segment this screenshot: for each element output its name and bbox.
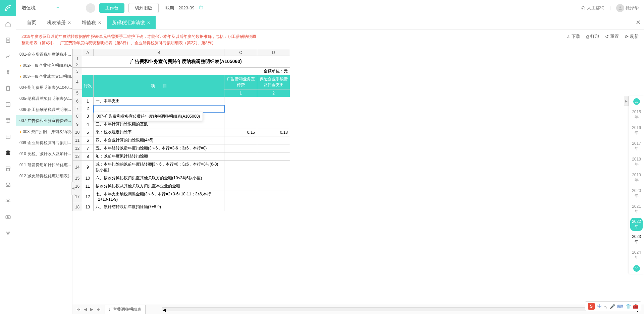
year-option[interactable]: 2016年 xyxy=(629,123,644,138)
value-cell-d[interactable] xyxy=(257,144,290,152)
tab-0[interactable]: 首页 xyxy=(21,16,42,29)
row-header[interactable]: 7 xyxy=(73,105,82,112)
value-cell-c[interactable]: 0.15 xyxy=(224,128,257,136)
tab-1[interactable]: 税表清册✕ xyxy=(42,16,76,29)
ime-lang[interactable]: 中 xyxy=(597,303,602,309)
year-down-icon[interactable]: ︾ xyxy=(633,265,640,272)
value-cell-d[interactable]: 0.18 xyxy=(257,128,290,136)
support-link[interactable]: 人工咨询 xyxy=(581,5,604,11)
year-option[interactable]: 2024年 xyxy=(629,247,644,263)
ime-skin-icon[interactable]: 👕 xyxy=(626,304,631,309)
item-cell[interactable]: 八、累计结转以后年度扣除额(7+8-9) xyxy=(94,203,224,211)
reset-button[interactable]: ↺重置 xyxy=(605,34,619,40)
nav-report-icon[interactable] xyxy=(0,97,16,113)
seq-cell[interactable]: 9 xyxy=(82,161,94,174)
seq-cell[interactable]: 12 xyxy=(82,190,94,203)
switch-old-button[interactable]: 切到旧版 xyxy=(128,3,159,13)
value-cell-c[interactable] xyxy=(224,161,257,174)
row-header[interactable]: 11 xyxy=(73,136,82,144)
calendar-icon[interactable] xyxy=(199,5,204,11)
item-cell[interactable]: 按照分摊协议从其他关联方归集至本企业的金额 xyxy=(94,182,224,190)
ime-keyboard-icon[interactable]: ⌨ xyxy=(617,304,624,309)
collapse-sidebar-handle[interactable]: ◀ xyxy=(71,182,75,195)
form-list-item[interactable]: 007-广告费和业务宣传费跨... xyxy=(16,115,72,126)
select-all-cell[interactable] xyxy=(73,49,82,56)
year-option[interactable]: 2023年 xyxy=(629,232,644,247)
row-header[interactable]: 12 xyxy=(73,144,82,152)
expand-year-rail-handle[interactable]: ▶ xyxy=(624,96,629,106)
value-cell-c[interactable] xyxy=(224,136,257,144)
sheet-nav-prev-icon[interactable]: ◀ xyxy=(83,306,88,312)
value-cell-d[interactable] xyxy=(257,136,290,144)
row-header[interactable]: 10 xyxy=(73,128,82,136)
value-cell-d[interactable] xyxy=(257,161,290,174)
item-cell[interactable]: 加：以前年度累计结转扣除额 xyxy=(94,152,224,161)
row-header[interactable]: 1 xyxy=(73,56,82,62)
nav-archive-icon[interactable] xyxy=(0,161,16,177)
seq-cell[interactable]: 4 xyxy=(82,120,94,128)
seq-cell[interactable]: 8 xyxy=(82,152,94,161)
cell-dropdown[interactable]: 007-广告费和业务宣传费跨年度纳税调整明细表(A105060) xyxy=(94,112,203,121)
seq-cell[interactable]: 1 xyxy=(82,97,94,105)
tab-3[interactable]: 所得税汇算清缴✕ xyxy=(107,16,156,29)
close-icon[interactable]: ✕ xyxy=(147,20,150,25)
value-cell-c[interactable] xyxy=(224,182,257,190)
row-header[interactable]: 15 xyxy=(73,174,82,182)
value-cell-d[interactable] xyxy=(257,182,290,190)
nav-calendar-icon[interactable] xyxy=(0,129,16,145)
col-header[interactable]: D xyxy=(257,49,290,56)
horizontal-scrollbar[interactable]: ◀▶ xyxy=(162,307,641,311)
value-cell-c[interactable] xyxy=(224,203,257,211)
seq-cell[interactable]: 13 xyxy=(82,203,94,211)
value-cell-d[interactable] xyxy=(257,97,290,105)
item-cell[interactable]: 007-广告费和业务宣传费跨年度纳税调整明细表(A105060) xyxy=(94,105,224,112)
col-header[interactable]: A xyxy=(82,49,94,56)
nav-money-icon[interactable] xyxy=(0,64,16,80)
nav-doc-icon[interactable] xyxy=(0,32,16,48)
nav-chart-icon[interactable] xyxy=(0,48,16,64)
refresh-button[interactable]: ⟳刷新 xyxy=(625,34,639,40)
download-button[interactable]: ⇩下载 xyxy=(567,34,580,40)
form-list-item[interactable]: 011-研发费用加计扣除优惠... xyxy=(16,160,72,171)
item-cell[interactable]: 减：本年扣除的以前年度结转额[3＞6，本行=0；3≤6，本行=8与(6-3)孰小… xyxy=(94,161,224,174)
nav-video-icon[interactable] xyxy=(0,209,16,225)
close-all-tabs-icon[interactable]: ✕ xyxy=(636,19,641,26)
period-value[interactable]: 2023-09 xyxy=(177,4,196,11)
form-list-item[interactable]: 005-纳税调整项目明细表(A1... xyxy=(16,93,72,104)
year-option[interactable]: 2022年 xyxy=(630,218,643,231)
value-cell-c[interactable] xyxy=(224,112,257,120)
form-list-item[interactable]: 004-期间费用明细表(A1040... xyxy=(16,82,72,93)
value-cell-c[interactable] xyxy=(224,144,257,152)
close-icon[interactable]: ✕ xyxy=(68,20,71,25)
spreadsheet[interactable]: A B C D 1广告费和业务宣传费跨年度纳税调整明细表(A105060) 2 … xyxy=(72,49,290,211)
company-selector[interactable]: 增值税 ﹀ xyxy=(21,5,82,11)
form-list-item[interactable]: ●003-一般企业成本支出明细... xyxy=(16,71,72,82)
nav-filing-icon[interactable] xyxy=(0,145,16,161)
value-cell-d[interactable] xyxy=(257,152,290,161)
col-header[interactable]: C xyxy=(224,49,257,56)
nav-vip-icon[interactable] xyxy=(0,225,16,241)
row-header[interactable]: 8 xyxy=(73,112,82,120)
year-option[interactable]: 2017年 xyxy=(629,138,644,154)
year-option[interactable]: 2018年 xyxy=(629,154,644,170)
sheet-tab[interactable]: 广宣费调整明细表 xyxy=(105,305,146,314)
value-cell-d[interactable] xyxy=(257,105,290,112)
row-header[interactable]: 4 xyxy=(73,75,82,89)
item-cell[interactable]: 六、按照分摊协议归集至其他关联方的金额(10≤3与6孰小值) xyxy=(94,174,224,182)
seq-cell[interactable]: 5 xyxy=(82,128,94,136)
value-cell-c[interactable] xyxy=(224,105,257,112)
sheet-nav-next-icon[interactable]: ▶ xyxy=(89,306,95,312)
seq-cell[interactable]: 7 xyxy=(82,144,94,152)
year-option[interactable]: 2021年 xyxy=(629,201,644,217)
list-toggle-icon[interactable] xyxy=(86,3,95,13)
tab-2[interactable]: 增值税✕ xyxy=(76,16,107,29)
user-menu[interactable]: 徐泽华 xyxy=(616,4,639,12)
seq-cell[interactable]: 2 xyxy=(82,105,94,112)
seq-cell[interactable]: 6 xyxy=(82,136,94,144)
form-list-item[interactable]: 006-职工薪酬纳税调整明细... xyxy=(16,104,72,115)
row-header[interactable]: 6 xyxy=(73,97,82,105)
value-cell-c[interactable] xyxy=(224,120,257,128)
item-cell[interactable]: 三、本年计算扣除限额的基数 xyxy=(94,120,224,128)
row-header[interactable]: 9 xyxy=(73,120,82,128)
row-header[interactable]: 18 xyxy=(73,203,82,211)
